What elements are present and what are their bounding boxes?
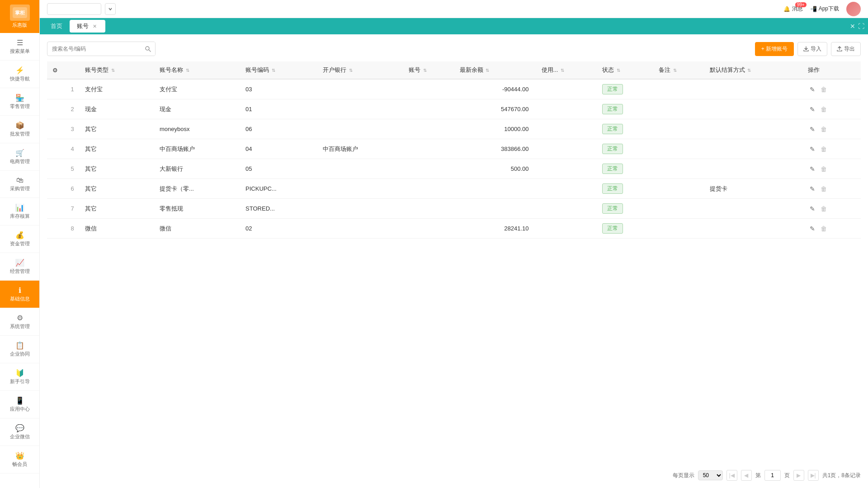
sidebar-item-app-center[interactable]: 📱 应用中心 — [0, 391, 39, 418]
sidebar-item-enterprise[interactable]: 📋 企业协同 — [0, 336, 39, 363]
row-account — [405, 159, 456, 179]
import-button[interactable]: 导入 — [797, 42, 827, 56]
row-edit-btn[interactable]: ✎ — [808, 125, 817, 134]
page-first-btn[interactable]: |◀ — [726, 470, 737, 481]
row-remark — [655, 139, 706, 159]
col-remark[interactable]: 备注 ⇅ — [655, 61, 706, 79]
row-default-payment — [706, 99, 805, 119]
col-name[interactable]: 账号名称 ⇅ — [156, 61, 242, 79]
sidebar-item-purchase[interactable]: 🛍 采购管理 — [0, 171, 39, 198]
row-delete-btn[interactable]: 🗑 — [819, 125, 829, 134]
sidebar-item-guide[interactable]: 🔰 新手引导 — [0, 363, 39, 391]
page-size-select[interactable]: 50 20 100 — [698, 470, 723, 480]
col-balance[interactable]: 最新余额 ⇅ — [456, 61, 538, 79]
message-button[interactable]: 🔔 消息 99+ — [783, 5, 803, 13]
col-default-payment[interactable]: 默认结算方式 ⇅ — [706, 61, 805, 79]
sidebar-item-wechat[interactable]: 💬 企业微信 — [0, 418, 39, 446]
top-search-input[interactable] — [47, 3, 101, 15]
row-status: 正常 — [599, 119, 655, 139]
page-last-btn[interactable]: ▶| — [808, 470, 819, 481]
tab-fullscreen-icon[interactable]: ⛶ — [858, 23, 864, 30]
user-avatar[interactable] — [846, 2, 861, 16]
sidebar-item-label: 电商管理 — [10, 158, 30, 165]
col-status[interactable]: 状态 ⇅ — [599, 61, 655, 79]
tab-account-close[interactable]: ✕ — [91, 23, 98, 30]
row-bank — [319, 179, 405, 199]
sidebar-item-retail[interactable]: 🏪 零售管理 — [0, 88, 39, 116]
row-usage — [538, 199, 599, 219]
add-account-button[interactable]: + 新增账号 — [755, 42, 794, 56]
sidebar-item-operations[interactable]: 📈 经营管理 — [0, 253, 39, 281]
row-edit-btn[interactable]: ✎ — [808, 85, 817, 94]
row-type: 其它 — [81, 119, 156, 139]
row-delete-btn[interactable]: 🗑 — [819, 224, 829, 233]
pagination: 每页显示 50 20 100 |◀ ◀ 第 页 ▶ ▶| 共1页，8条记录 — [47, 465, 861, 481]
col-action: 操作 — [804, 61, 861, 79]
tab-home[interactable]: 首页 — [43, 20, 70, 33]
row-bank — [319, 159, 405, 179]
row-delete-btn[interactable]: 🗑 — [819, 184, 829, 193]
row-edit-btn[interactable]: ✎ — [808, 164, 817, 174]
sidebar-item-vip[interactable]: 👑 畅会员 — [0, 446, 39, 474]
col-account[interactable]: 账号 ⇅ — [405, 61, 456, 79]
row-delete-btn[interactable]: 🗑 — [819, 204, 829, 213]
row-code: 03 — [242, 79, 319, 99]
sidebar-item-system[interactable]: ⚙ 系统管理 — [0, 308, 39, 336]
sidebar-item-ecommerce[interactable]: 🛒 电商管理 — [0, 143, 39, 171]
row-edit-btn[interactable]: ✎ — [808, 145, 817, 154]
col-gear[interactable]: ⚙ — [47, 61, 63, 79]
sidebar-item-quick-nav[interactable]: ⚡ 快捷导航 — [0, 61, 39, 88]
row-edit-btn[interactable]: ✎ — [808, 184, 817, 193]
row-gear — [47, 119, 63, 139]
row-bank: 中百商场账户 — [319, 139, 405, 159]
tab-account[interactable]: 账号 ✕ — [70, 20, 105, 33]
row-edit-btn[interactable]: ✎ — [808, 204, 817, 213]
search-dropdown-btn[interactable] — [105, 3, 116, 15]
search-button[interactable] — [141, 42, 155, 56]
sidebar-item-basic-info[interactable]: ℹ 基础信息 — [0, 281, 39, 308]
col-usage[interactable]: 使用... ⇅ — [538, 61, 599, 79]
vip-icon: 👑 — [15, 451, 24, 460]
tab-close-all-icon[interactable]: ✕ — [850, 23, 855, 30]
sidebar-item-label: 零售管理 — [10, 103, 30, 110]
row-name: 中百商场账户 — [156, 139, 242, 159]
pagination-total: 共1页，8条记录 — [822, 472, 861, 479]
row-num: 5 — [63, 159, 81, 179]
col-type[interactable]: 账号类型 ⇅ — [81, 61, 156, 79]
row-code: 01 — [242, 99, 319, 119]
page-number-input[interactable] — [764, 470, 781, 481]
table-row: 5 其它 大新银行 05 500.00 正常 ✎ 🗑 — [47, 159, 861, 179]
row-default-payment — [706, 159, 805, 179]
row-balance: 383866.00 — [456, 139, 538, 159]
sidebar-item-inventory[interactable]: 📊 库存核算 — [0, 198, 39, 225]
row-type: 现金 — [81, 99, 156, 119]
row-balance — [456, 199, 538, 219]
search-input[interactable] — [47, 46, 141, 52]
row-edit-btn[interactable]: ✎ — [808, 105, 817, 114]
export-button[interactable]: 导出 — [831, 42, 861, 56]
sidebar-item-finance[interactable]: 💰 资金管理 — [0, 225, 39, 253]
app-download-label: App下载 — [819, 5, 839, 13]
enterprise-icon: 📋 — [15, 341, 24, 350]
row-delete-btn[interactable]: 🗑 — [819, 85, 829, 94]
sidebar-item-wholesale[interactable]: 📦 批发管理 — [0, 116, 39, 143]
page-prev-btn[interactable]: ◀ — [741, 470, 752, 481]
col-bank[interactable]: 开户银行 ⇅ — [319, 61, 405, 79]
sidebar-item-search-menu[interactable]: ☰ 搜索菜单 — [0, 33, 39, 61]
row-actions: ✎ 🗑 — [804, 179, 861, 199]
col-code[interactable]: 账号编码 ⇅ — [242, 61, 319, 79]
page-next-btn[interactable]: ▶ — [793, 470, 804, 481]
sidebar-item-label: 库存核算 — [10, 213, 30, 220]
row-delete-btn[interactable]: 🗑 — [819, 145, 829, 154]
sidebar-item-label: 应用中心 — [10, 406, 30, 413]
row-usage — [538, 119, 599, 139]
app-download-button[interactable]: 📲 App下载 — [810, 5, 839, 13]
header-left — [47, 3, 116, 15]
system-icon: ⚙ — [17, 314, 23, 322]
row-delete-btn[interactable]: 🗑 — [819, 164, 829, 174]
row-num: 2 — [63, 99, 81, 119]
row-balance: 547670.00 — [456, 99, 538, 119]
row-edit-btn[interactable]: ✎ — [808, 224, 817, 233]
row-delete-btn[interactable]: 🗑 — [819, 105, 829, 114]
row-num: 7 — [63, 199, 81, 219]
